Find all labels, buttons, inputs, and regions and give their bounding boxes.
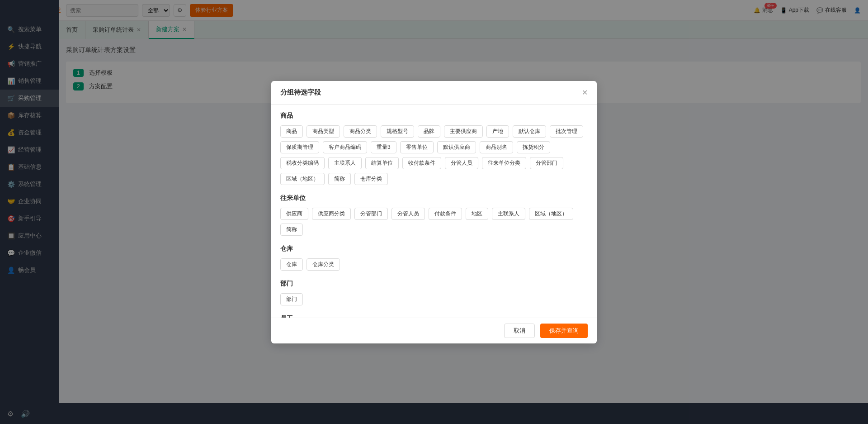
modal-body: 商品商品商品类型商品分类规格型号品牌主要供应商产地默认仓库批次管理保质期管理客户… — [271, 105, 597, 318]
modal-dialog: 分组待选字段 ✕ 商品商品商品类型商品分类规格型号品牌主要供应商产地默认仓库批次… — [271, 81, 597, 343]
field-tag-0-16[interactable]: 税收分类编码 — [280, 157, 325, 169]
field-tag-2-1[interactable]: 仓库分类 — [307, 258, 340, 271]
field-tag-3-0[interactable]: 部门 — [280, 293, 303, 305]
section-title-2: 仓库 — [280, 245, 588, 253]
modal-header: 分组待选字段 ✕ — [271, 81, 597, 105]
field-tag-1-4[interactable]: 付款条件 — [429, 208, 462, 220]
field-tag-1-0[interactable]: 供应商 — [280, 208, 308, 220]
modal-footer: 取消 保存并查询 — [271, 318, 597, 343]
section-4: 员工业务员 — [280, 314, 588, 318]
field-tag-1-6[interactable]: 主联系人 — [492, 208, 525, 220]
field-tag-0-6[interactable]: 产地 — [486, 125, 509, 138]
confirm-button[interactable]: 保存并查询 — [540, 324, 588, 338]
section-title-3: 部门 — [280, 280, 588, 288]
field-tags-3: 部门 — [280, 293, 588, 305]
field-tag-2-0[interactable]: 仓库 — [280, 258, 303, 271]
field-tag-0-7[interactable]: 默认仓库 — [513, 125, 546, 138]
section-title-1: 往来单位 — [280, 194, 588, 202]
field-tag-0-15[interactable]: 拣货积分 — [517, 141, 550, 153]
field-tag-0-13[interactable]: 默认供应商 — [437, 141, 476, 153]
field-tag-0-25[interactable]: 仓库分类 — [354, 173, 388, 185]
field-tag-0-9[interactable]: 保质期管理 — [280, 141, 319, 153]
field-tags-2: 仓库仓库分类 — [280, 258, 588, 271]
field-tag-0-19[interactable]: 收付款条件 — [402, 157, 441, 169]
field-tag-1-7[interactable]: 区域（地区） — [529, 208, 573, 220]
field-tags-1: 供应商供应商分类分管部门分管人员付款条件地区主联系人区域（地区）简称 — [280, 208, 588, 236]
field-tag-0-18[interactable]: 结算单位 — [365, 157, 399, 169]
field-tag-1-2[interactable]: 分管部门 — [354, 208, 388, 220]
field-tag-0-8[interactable]: 批次管理 — [550, 125, 583, 138]
field-tag-0-22[interactable]: 分管部门 — [530, 157, 563, 169]
section-1: 往来单位供应商供应商分类分管部门分管人员付款条件地区主联系人区域（地区）简称 — [280, 194, 588, 236]
modal-overlay: 分组待选字段 ✕ 商品商品商品类型商品分类规格型号品牌主要供应商产地默认仓库批次… — [0, 0, 868, 424]
cancel-button[interactable]: 取消 — [504, 324, 535, 338]
field-tag-0-24[interactable]: 简称 — [328, 173, 351, 185]
field-tag-0-12[interactable]: 零售单位 — [400, 141, 434, 153]
field-tag-0-0[interactable]: 商品 — [280, 125, 303, 138]
field-tag-1-1[interactable]: 供应商分类 — [312, 208, 351, 220]
section-3: 部门部门 — [280, 280, 588, 305]
modal-close-button[interactable]: ✕ — [582, 88, 588, 97]
field-tag-0-4[interactable]: 品牌 — [418, 125, 440, 138]
field-tag-1-8[interactable]: 简称 — [280, 224, 303, 236]
field-tag-1-3[interactable]: 分管人员 — [392, 208, 425, 220]
field-tag-0-17[interactable]: 主联系人 — [328, 157, 362, 169]
field-tag-0-3[interactable]: 规格型号 — [381, 125, 414, 138]
section-title-0: 商品 — [280, 112, 588, 120]
field-tag-0-5[interactable]: 主要供应商 — [444, 125, 483, 138]
section-2: 仓库仓库仓库分类 — [280, 245, 588, 271]
field-tag-0-10[interactable]: 客户商品编码 — [323, 141, 367, 153]
field-tag-0-20[interactable]: 分管人员 — [445, 157, 478, 169]
field-tag-0-14[interactable]: 商品别名 — [480, 141, 513, 153]
section-0: 商品商品商品类型商品分类规格型号品牌主要供应商产地默认仓库批次管理保质期管理客户… — [280, 112, 588, 185]
field-tag-1-5[interactable]: 地区 — [466, 208, 488, 220]
modal-title: 分组待选字段 — [280, 88, 321, 97]
field-tag-0-11[interactable]: 重量3 — [371, 141, 396, 153]
field-tags-0: 商品商品类型商品分类规格型号品牌主要供应商产地默认仓库批次管理保质期管理客户商品… — [280, 125, 588, 185]
field-tag-0-2[interactable]: 商品分类 — [344, 125, 377, 138]
field-tag-0-1[interactable]: 商品类型 — [307, 125, 340, 138]
section-title-4: 员工 — [280, 314, 588, 318]
field-tag-0-21[interactable]: 往来单位分类 — [482, 157, 526, 169]
field-tag-0-23[interactable]: 区域（地区） — [280, 173, 325, 185]
